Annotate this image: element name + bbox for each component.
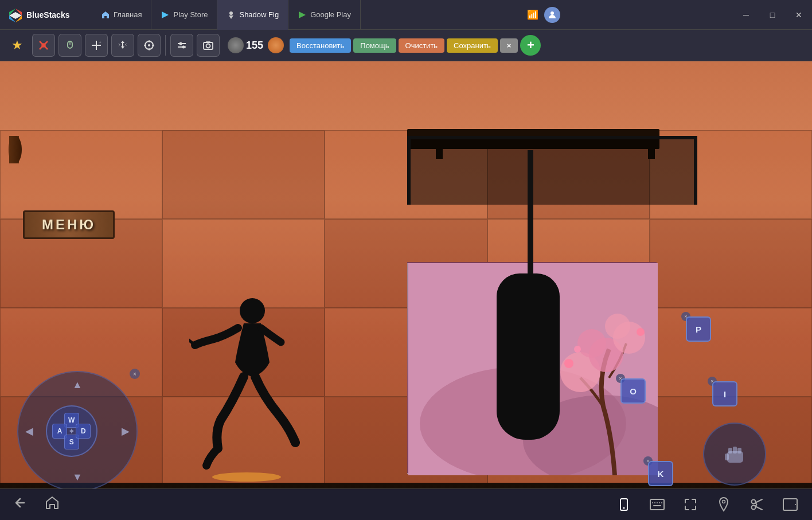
- counter-circle-2: [268, 37, 284, 53]
- svg-rect-45: [728, 448, 732, 453]
- bottom-navigation: [11, 495, 60, 514]
- tab-playstore-label: Play Store: [173, 10, 208, 19]
- fullscreen-button[interactable]: [680, 494, 701, 515]
- fist-icon: [720, 440, 749, 468]
- svg-point-6: [229, 11, 233, 15]
- scissors-tool-icon: [38, 40, 49, 51]
- key-d-button[interactable]: D: [76, 424, 91, 439]
- phone-view-icon: [617, 498, 631, 511]
- clear-button[interactable]: Очистить: [399, 38, 445, 53]
- crosshair-tool-button[interactable]: +: [85, 34, 108, 57]
- favorite-button[interactable]: ★: [6, 34, 29, 57]
- svg-text:+: +: [99, 40, 102, 45]
- tab-googleplay-label: Google Play: [310, 10, 351, 19]
- titlebar: BlueStacks Главная Play Store Shadow Fig…: [0, 0, 812, 30]
- mouse-tool-button[interactable]: [58, 34, 81, 57]
- joystick-center-plus: ✦: [68, 427, 75, 436]
- svg-point-40: [240, 298, 265, 323]
- svg-point-66: [795, 504, 796, 505]
- keyboard-button[interactable]: [647, 494, 667, 515]
- phone-view-button[interactable]: [614, 494, 634, 515]
- svg-point-50: [623, 507, 625, 509]
- help-button[interactable]: Помощь: [353, 38, 396, 53]
- tab-googleplay[interactable]: Google Play: [288, 0, 361, 30]
- panel-cell: [650, 219, 812, 308]
- svg-point-18: [148, 44, 150, 46]
- joystick-close-button[interactable]: ×: [130, 369, 140, 379]
- scissors-nav-icon: [749, 497, 764, 512]
- svg-point-8: [551, 11, 554, 15]
- joystick-arrow-down: ▼: [72, 471, 83, 483]
- joystick-control[interactable]: ▲ ▼ ◀ ▶ W A S D ✦ ×: [17, 371, 138, 491]
- shadowfight-icon: [227, 10, 236, 19]
- joystick-arrow-up: ▲: [72, 379, 83, 391]
- counter-value: 155: [246, 40, 263, 52]
- svg-rect-47: [737, 448, 741, 453]
- svg-point-36: [605, 314, 630, 339]
- minimize-button[interactable]: ─: [733, 0, 759, 30]
- toolbar-close-button[interactable]: ×: [500, 38, 518, 53]
- keyboard-icon: [650, 498, 665, 511]
- punching-bag-rope: [528, 150, 533, 276]
- game-area: МЕНЮ ▲ ▼ ◀ ▶: [0, 61, 812, 520]
- tab-home[interactable]: Главная: [92, 0, 151, 30]
- location-button[interactable]: [713, 494, 734, 515]
- bottom-right-controls: [614, 494, 801, 515]
- tablet-view-button[interactable]: [780, 494, 801, 515]
- svg-point-26: [182, 46, 185, 49]
- top-frame-structure: [407, 136, 697, 205]
- tool-counter: 155: [228, 37, 284, 53]
- attack-button[interactable]: [703, 423, 766, 486]
- camera-icon: [202, 40, 214, 51]
- app-name: BlueStacks: [26, 10, 69, 19]
- aim-tool-button[interactable]: [138, 34, 161, 57]
- mouse-icon: [64, 40, 76, 51]
- user-icon: [548, 10, 557, 19]
- user-avatar[interactable]: [544, 7, 560, 23]
- home-icon: [101, 10, 110, 19]
- bottom-bar: [0, 488, 812, 520]
- punching-bag: [497, 273, 560, 440]
- home-button[interactable]: [45, 495, 60, 514]
- panel-cell: [0, 130, 162, 219]
- restore-button[interactable]: Восстановить: [290, 38, 351, 53]
- banner-scroll-right: [9, 136, 22, 163]
- back-button[interactable]: [11, 495, 28, 514]
- joystick-arrow-left: ◀: [25, 425, 33, 437]
- scissors-tool-button[interactable]: [32, 34, 55, 57]
- joystick-inner-circle[interactable]: W A S D ✦: [46, 405, 97, 457]
- fullscreen-icon: [684, 498, 697, 511]
- svg-line-64: [755, 505, 757, 506]
- svg-point-28: [206, 44, 210, 48]
- toolbar-actions: Восстановить Помощь Очистить Сохранить ×…: [290, 35, 541, 56]
- joystick-outer-ring[interactable]: ▲ ▼ ◀ ▶ W A S D ✦: [17, 371, 138, 491]
- svg-point-39: [574, 346, 581, 353]
- key-i-button[interactable]: I: [712, 381, 737, 406]
- save-button[interactable]: Сохранить: [447, 38, 498, 53]
- key-k-button[interactable]: K: [648, 461, 673, 486]
- maximize-button[interactable]: □: [759, 0, 786, 30]
- scissors-button[interactable]: [747, 494, 767, 515]
- camera-tool-button[interactable]: [197, 34, 220, 57]
- eq-tool-button[interactable]: [170, 34, 193, 57]
- svg-point-58: [723, 501, 725, 503]
- crosshair-plus-icon: +: [91, 40, 102, 51]
- profile-area: 📶: [527, 7, 566, 23]
- key-p-button[interactable]: P: [686, 316, 711, 342]
- add-control-button[interactable]: +: [520, 35, 541, 56]
- key-o-button[interactable]: O: [620, 378, 646, 404]
- move-tool-button[interactable]: [111, 34, 134, 57]
- close-button[interactable]: ✕: [786, 0, 812, 30]
- svg-point-38: [637, 328, 645, 336]
- svg-marker-5: [162, 11, 169, 18]
- home-nav-icon: [45, 495, 60, 510]
- window-controls: ─ □ ✕: [733, 0, 812, 30]
- svg-point-25: [179, 42, 182, 45]
- panel-cell: [162, 130, 325, 219]
- tab-playstore[interactable]: Play Store: [151, 0, 217, 30]
- svg-marker-7: [299, 11, 306, 18]
- tab-shadowfight[interactable]: Shadow Fig: [217, 0, 288, 30]
- tab-shadowfight-label: Shadow Fig: [239, 10, 279, 19]
- menu-button[interactable]: МЕНЮ: [23, 210, 115, 239]
- aim-icon: [143, 40, 155, 51]
